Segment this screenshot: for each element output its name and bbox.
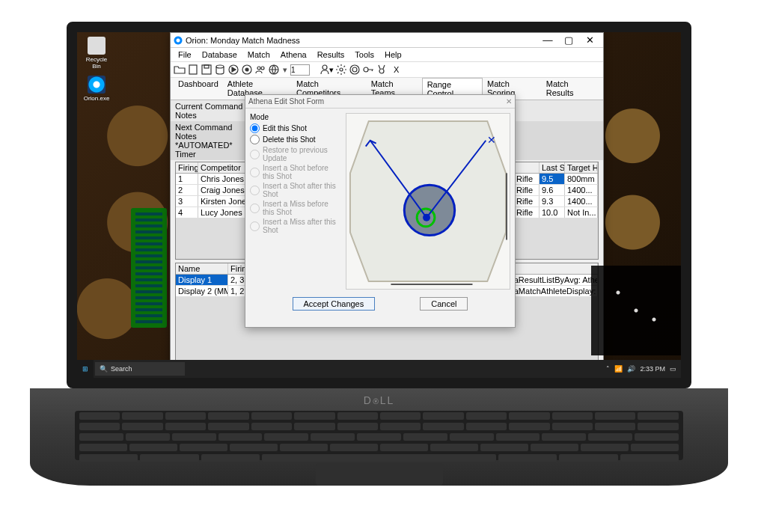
target-icon[interactable] — [349, 64, 361, 76]
menu-athena[interactable]: Athena — [276, 49, 311, 60]
new-doc-icon[interactable] — [187, 64, 199, 76]
toolbar-x-label: X — [394, 65, 399, 74]
person-dropdown-icon[interactable]: ▾ — [329, 65, 334, 75]
svg-rect-1 — [202, 65, 211, 74]
svg-point-8 — [261, 67, 264, 70]
taskbar-search[interactable]: 🔍 Search — [95, 362, 185, 376]
titlebar[interactable]: Orion: Monday Match Madness — ▢ ✕ — [171, 33, 603, 48]
recycle-bin[interactable]: Recycle Bin — [82, 37, 111, 70]
automated-label: *AUTOMATED* — [175, 141, 250, 150]
window-title: Orion: Monday Match Madness — [186, 36, 300, 45]
chevron-down-icon[interactable]: ▾ — [283, 65, 287, 75]
svg-text:✕: ✕ — [487, 134, 496, 146]
col-last-shot[interactable]: Last Shot — [540, 162, 565, 173]
svg-point-12 — [350, 65, 359, 74]
next-command-label: Next Command — [175, 123, 250, 132]
mode-option-3: Insert a Shot before this Shot — [250, 164, 341, 180]
tab-match-results[interactable]: Match Results — [542, 78, 600, 100]
svg-point-3 — [216, 65, 224, 68]
menu-results[interactable]: Results — [313, 49, 349, 60]
svg-point-7 — [257, 67, 260, 70]
mode-option-6: Insert a Miss after this Shot — [250, 218, 341, 234]
current-notes-label: Notes — [175, 111, 250, 120]
cancel-button[interactable]: Cancel — [420, 297, 468, 311]
tray-notifications-icon[interactable]: ▭ — [670, 365, 676, 373]
orion-icon — [174, 36, 183, 45]
menu-match[interactable]: Match — [243, 49, 275, 60]
record-icon[interactable] — [241, 64, 253, 76]
shot-target-pane[interactable]: ✕ — [346, 113, 510, 290]
menu-database[interactable]: Database — [198, 49, 242, 60]
toolbar-number-input[interactable] — [290, 64, 310, 76]
toolbar: ▾ ▾ X — [171, 62, 603, 78]
svg-rect-0 — [189, 65, 197, 74]
mode-option-5: Insert a Miss before this Shot — [250, 200, 341, 216]
tray-chevron-icon[interactable]: ˄ — [606, 365, 610, 373]
svg-point-13 — [352, 67, 357, 72]
menu-tools[interactable]: Tools — [350, 49, 379, 60]
search-icon: 🔍 — [100, 365, 108, 373]
dialog-title: Athena Edit Shot Form — [248, 97, 324, 106]
dialog-close-icon[interactable]: ✕ — [506, 97, 512, 106]
menu-file[interactable]: File — [174, 49, 196, 60]
folder-open-icon[interactable] — [174, 64, 186, 76]
accept-changes-button[interactable]: Accept Changes — [293, 297, 376, 311]
database-icon[interactable] — [214, 64, 226, 76]
globe-icon[interactable] — [268, 64, 280, 76]
play-icon[interactable] — [227, 64, 239, 76]
tray-network-icon[interactable]: 📶 — [614, 365, 623, 373]
col-firing-point[interactable]: Firing Point — [176, 162, 198, 173]
menu-help[interactable]: Help — [380, 49, 406, 60]
col-target-height[interactable]: Target Height — [565, 162, 598, 173]
orion-shortcut[interactable]: Orion.exe — [82, 76, 111, 102]
recycle-bin-label: Recycle Bin — [82, 56, 111, 70]
svg-point-10 — [323, 65, 327, 70]
mode-option-1[interactable]: Delete this Shot — [250, 135, 341, 144]
gear-icon[interactable] — [335, 64, 347, 76]
people-icon[interactable] — [254, 64, 266, 76]
mode-heading: Mode — [250, 113, 341, 121]
tray-sound-icon[interactable]: 🔊 — [627, 365, 635, 373]
col-name[interactable]: Name — [176, 263, 228, 274]
medal-icon[interactable] — [376, 64, 388, 76]
timer-label: Timer — [175, 150, 250, 159]
menubar: File Database Match Athena Results Tools… — [171, 48, 603, 62]
mode-option-0[interactable]: Edit this Shot — [250, 123, 341, 133]
taskbar: ⊞ 🔍 Search ˄ 📶 🔊 2:33 PM ▭ — [77, 360, 681, 378]
mode-option-4: Insert a Shot after this Shot — [250, 182, 341, 198]
svg-point-11 — [340, 68, 343, 71]
dell-logo: D⍟LL — [30, 388, 728, 406]
save-icon[interactable] — [201, 64, 213, 76]
orion-shortcut-label: Orion.exe — [82, 95, 111, 102]
maximize-button[interactable]: ▢ — [558, 34, 579, 46]
key-icon[interactable] — [362, 64, 374, 76]
start-button[interactable]: ⊞ — [77, 360, 94, 378]
tab-dashboard[interactable]: Dashboard — [174, 78, 223, 100]
close-button[interactable]: ✕ — [579, 34, 600, 46]
svg-point-14 — [364, 67, 368, 72]
taskbar-search-placeholder: Search — [111, 365, 132, 373]
taskbar-clock[interactable]: 2:33 PM — [640, 365, 665, 373]
current-command-label: Current Command — [175, 102, 250, 111]
athena-edit-shot-dialog: Athena Edit Shot Form ✕ Mode Edit this S… — [245, 94, 516, 328]
svg-point-6 — [245, 68, 248, 71]
dialog-titlebar[interactable]: Athena Edit Shot Form ✕ — [245, 95, 515, 108]
next-notes-label: Notes — [175, 132, 250, 141]
svg-rect-2 — [204, 65, 209, 68]
svg-point-15 — [379, 69, 384, 73]
mode-option-2: Restore to previous Update — [250, 146, 341, 162]
minimize-button[interactable]: — — [537, 34, 558, 46]
